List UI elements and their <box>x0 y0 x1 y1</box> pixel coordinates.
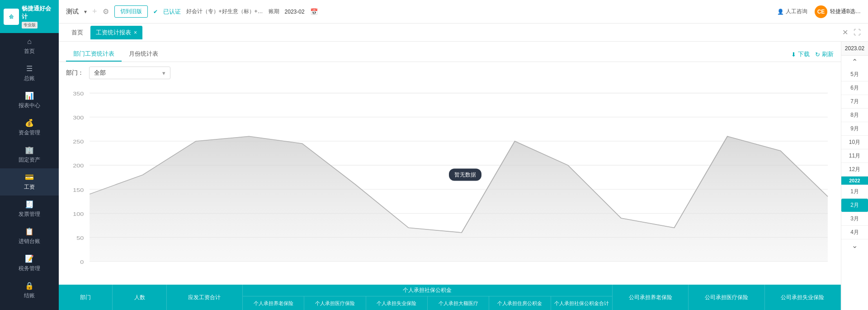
chart-area: 350 300 250 200 150 100 50 0 <box>66 88 834 280</box>
date-2022-2[interactable]: 2月 <box>841 199 868 212</box>
salary-icon: 💳 <box>25 173 34 181</box>
download-icon: ⬇ <box>791 51 796 58</box>
calendar-icon[interactable]: 📅 <box>310 8 318 15</box>
certified-icon: ✔ <box>153 9 158 15</box>
sidebar-item-label: 进销台账 <box>19 238 40 245</box>
date-month-10[interactable]: 10月 <box>841 136 868 149</box>
close-period-icon: 🔒 <box>25 281 34 290</box>
logo-text: 畅捷通好会计 专业版 <box>22 5 55 29</box>
refresh-btn[interactable]: ↻ 刷新 <box>815 47 834 62</box>
reports-icon: 📊 <box>25 91 34 100</box>
period-label: 账期 <box>269 8 279 15</box>
help-icon: 👤 <box>777 9 784 15</box>
tab-home[interactable]: 首页 <box>66 26 89 39</box>
company-dropdown[interactable]: ▾ <box>84 9 87 15</box>
th-total-salary: 应发工资合计 <box>167 285 243 310</box>
svg-text:50: 50 <box>76 235 84 241</box>
sidebar-item-inout[interactable]: 📋 进销台账 <box>0 223 59 250</box>
sidebar-item-funds[interactable]: 💰 资金管理 <box>0 114 59 141</box>
page-main: 部门工资统计表 月份统计表 ⬇ 下载 ↻ 刷新 部门： 全部 <box>59 42 841 310</box>
sidebar-item-salary[interactable]: 💳 工资 <box>0 168 59 196</box>
sidebar-item-close[interactable]: 🔒 结账 <box>0 277 59 304</box>
username: 轻捷通B选… <box>830 8 861 15</box>
svg-text:250: 250 <box>73 139 84 145</box>
th-dept: 部门 <box>59 285 113 310</box>
sidebar-item-label: 资金管理 <box>19 129 40 137</box>
sidebar-item-tax[interactable]: 📝 税务管理 <box>0 250 59 277</box>
svg-text:150: 150 <box>73 187 84 193</box>
tab-close-btn[interactable]: × <box>134 29 137 36</box>
sidebar-item-archive[interactable]: 📁 归档管理 <box>0 304 59 310</box>
sidebar-item-label: 结账 <box>24 292 35 300</box>
switch-to-old-btn[interactable]: 切到旧版 <box>114 5 148 18</box>
date-month-9[interactable]: 9月 <box>841 122 868 136</box>
th-count: 人数 <box>113 285 166 310</box>
svg-text:350: 350 <box>73 91 84 96</box>
avatar: CE <box>815 5 827 18</box>
sub-tabs: 部门工资统计表 月份统计表 ⬇ 下载 ↻ 刷新 <box>59 42 841 62</box>
gear-icon[interactable]: ⚙ <box>103 7 109 16</box>
th-group-cells: 个人承担养老保险 个人承担医疗保险 个人承担失业保险 个人承担大额医疗 个人承担… <box>243 296 612 310</box>
th-personal-major-medical: 个人承担大额医疗 <box>428 296 489 310</box>
sidebar-item-label: 发票管理 <box>19 210 40 218</box>
sidebar-item-ledger[interactable]: ☰ 总账 <box>0 60 59 87</box>
company-title: 测试 <box>66 8 79 16</box>
date-year-2022: 2022 <box>841 176 868 185</box>
account-tags: 好会计（专）+好生意（标）+… <box>186 8 263 15</box>
sidebar-item-label: 总账 <box>24 75 35 82</box>
topbar: 测试 ▾ + ⚙ 切到旧版 ✔ 已认证 好会计（专）+好生意（标）+… 账期 2… <box>59 0 868 24</box>
home-icon: ⌂ <box>27 38 32 46</box>
date-down-btn[interactable]: ⌄ <box>841 239 868 252</box>
window-close-btn[interactable]: ✕ <box>842 28 848 37</box>
tax-icon: 📝 <box>25 254 34 263</box>
date-month-6[interactable]: 6月 <box>841 81 868 95</box>
th-personal-medical: 个人承担医疗保险 <box>304 296 366 310</box>
refresh-icon: ↻ <box>815 51 820 58</box>
sidebar: 会 畅捷通好会计 专业版 ⌂ 首页 ☰ 总账 📊 报表中心 💰 资金管理 🏢 固… <box>0 0 59 310</box>
add-icon[interactable]: + <box>92 7 97 16</box>
dept-select[interactable]: 全部 ▾ <box>89 67 170 79</box>
topbar-right: 👤 人工咨询 CE 轻捷通B选… <box>777 5 861 18</box>
toolbar-actions: ⬇ 下载 ↻ 刷新 <box>791 47 834 62</box>
sidebar-item-reports[interactable]: 📊 报表中心 <box>0 87 59 114</box>
date-month-8[interactable]: 8月 <box>841 109 868 122</box>
table-header: 部门 人数 应发工资合计 个人承担社保公积金 个人承担养老保险 个人承担医疗保险… <box>59 285 841 310</box>
sidebar-item-label: 工资 <box>24 183 35 191</box>
help-btn[interactable]: 👤 人工咨询 <box>777 8 807 15</box>
page-content: 部门工资统计表 月份统计表 ⬇ 下载 ↻ 刷新 部门： 全部 <box>59 42 868 310</box>
date-month-11[interactable]: 11月 <box>841 149 868 163</box>
sidebar-item-assets[interactable]: 🏢 固定资产 <box>0 141 59 168</box>
user-menu[interactable]: CE 轻捷通B选… <box>815 5 861 18</box>
th-company-unemployment: 公司承担失业保险 <box>765 285 841 310</box>
th-personal-total: 个人承担社保公积金合计 <box>551 296 612 310</box>
main-area: 测试 ▾ + ⚙ 切到旧版 ✔ 已认证 好会计（专）+好生意（标）+… 账期 2… <box>59 0 868 310</box>
funds-icon: 💰 <box>25 119 34 127</box>
svg-text:100: 100 <box>73 211 84 217</box>
tab-dept-salary[interactable]: 部门工资统计表 <box>66 47 122 62</box>
th-company-medical: 公司承担医疗保险 <box>689 285 764 310</box>
date-month-12[interactable]: 12月 <box>841 163 868 176</box>
svg-text:0: 0 <box>80 259 84 265</box>
tab-salary[interactable]: 工资统计报表 × <box>90 26 142 39</box>
date-month-5[interactable]: 5月 <box>841 68 868 81</box>
content-tabs: 首页 工资统计报表 × ✕ ⛶ <box>59 24 868 42</box>
sidebar-item-label: 报表中心 <box>19 102 40 110</box>
date-2022-1[interactable]: 1月 <box>841 185 868 199</box>
download-btn[interactable]: ⬇ 下载 <box>791 47 810 62</box>
date-2022-3[interactable]: 3月 <box>841 212 868 226</box>
sidebar-item-invoice[interactable]: 🧾 发票管理 <box>0 196 59 223</box>
th-group-header: 个人承担社保公积金 <box>243 285 612 296</box>
sidebar-item-label: 税务管理 <box>19 265 40 272</box>
inout-icon: 📋 <box>25 227 34 236</box>
sidebar-item-label: 首页 <box>24 48 35 55</box>
date-nav-down: ⌄ <box>841 239 868 252</box>
logo-icon: 会 <box>4 9 19 25</box>
tab-month-salary[interactable]: 月份统计表 <box>122 47 165 62</box>
date-up-btn[interactable]: ⌃ <box>841 56 868 68</box>
date-month-7[interactable]: 7月 <box>841 95 868 109</box>
sidebar-item-home[interactable]: ⌂ 首页 <box>0 33 59 60</box>
filter-toolbar: 部门： 全部 ▾ <box>59 62 841 84</box>
date-2022-4[interactable]: 4月 <box>841 226 868 239</box>
chart-tooltip: 暂无数据 <box>449 168 481 181</box>
window-expand-btn[interactable]: ⛶ <box>854 29 861 37</box>
